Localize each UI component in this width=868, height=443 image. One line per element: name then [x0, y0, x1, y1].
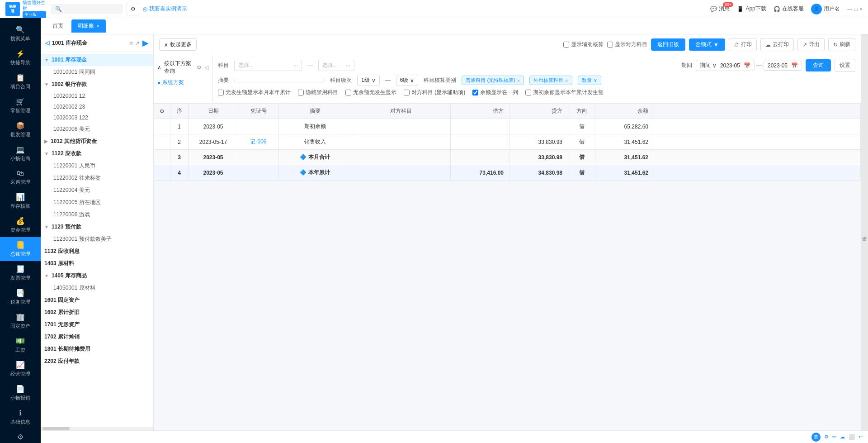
calendar-end-icon[interactable]: 📅: [791, 62, 798, 69]
tree-item-2202[interactable]: 2202 应付年款: [41, 355, 153, 367]
level-start-select[interactable]: 1级 ∨: [357, 75, 380, 86]
hide-disabled-check[interactable]: 隐藏禁用科目: [298, 89, 338, 96]
status-monitor-icon[interactable]: ⬜: [849, 434, 855, 440]
translate-icon[interactable]: 英: [811, 433, 821, 442]
opening-balance-input[interactable]: [525, 90, 531, 95]
online-service-btn[interactable]: 🎧 在线客服: [774, 5, 804, 13]
tree-item-10020006[interactable]: 10020006 美元: [41, 123, 153, 135]
period-start-input[interactable]: 期间 ∨ 2023-05 📅: [696, 60, 755, 71]
tree-item-1701[interactable]: 1701 无形资产: [41, 319, 153, 331]
tree-item-11220002[interactable]: 11220002 往来标签: [41, 172, 153, 184]
tag-normal-close[interactable]: ×: [517, 78, 520, 83]
tree-item-1001[interactable]: ▼ 1001 库存现金: [41, 54, 153, 66]
sidebar-item-tax[interactable]: 📑 税务管理: [0, 285, 41, 309]
tree-item-1122[interactable]: ▼ 1122 应收款: [41, 148, 153, 160]
col-settings-icon[interactable]: ⚙: [160, 108, 165, 114]
status-undo-icon[interactable]: ↩: [859, 434, 863, 440]
print-btn[interactable]: 🖨 打印: [729, 38, 757, 51]
query-settings-icon[interactable]: ⚙: [197, 64, 202, 71]
sidebar-item-purchase[interactable]: 🛍 采购管理: [0, 166, 41, 189]
tree-item-10010001[interactable]: 10010001 同同同: [41, 66, 153, 78]
calendar-icon[interactable]: 📅: [744, 62, 750, 69]
sidebar-item-ledger[interactable]: 📒 总账管理: [0, 237, 41, 261]
demo-link[interactable]: ◎ 我要看实例演示: [143, 5, 187, 13]
tree-item-1702[interactable]: 1702 累计摊销: [41, 331, 153, 343]
tree-item-1002[interactable]: ▼ 1002 银行存款: [41, 78, 153, 91]
tree-item-1801[interactable]: 1801 长期待摊费用: [41, 343, 153, 355]
query-close-icon[interactable]: ◁: [204, 64, 208, 71]
sidebar-item-basic[interactable]: ℹ 基础信息: [0, 405, 41, 429]
user-area[interactable]: 👤 用户名: [811, 4, 840, 14]
sidebar-item-project[interactable]: 📋 项目合同: [0, 70, 41, 94]
status-settings-icon[interactable]: ⚙: [824, 434, 829, 440]
show-opposite-input[interactable]: [607, 42, 613, 48]
summary-input[interactable]: [234, 79, 325, 82]
no-transaction-input[interactable]: [218, 90, 224, 95]
show-aux-input[interactable]: [563, 42, 569, 48]
show-balance-check[interactable]: 余额显示在一列: [472, 89, 518, 96]
close-btn[interactable]: ×: [859, 6, 863, 12]
panel-collapse-icon[interactable]: ↗: [135, 40, 140, 47]
settings-icon[interactable]: ⚙: [127, 3, 139, 15]
tree-item-11220006[interactable]: 11220006 游戏: [41, 209, 153, 221]
right-collapse-tab[interactable]: 设置: [861, 34, 868, 430]
export-btn[interactable]: ↗ 导出: [797, 38, 825, 51]
search-input[interactable]: [65, 6, 110, 12]
tree-item-1601[interactable]: 1601 固定资产: [41, 294, 153, 306]
app-download-btn[interactable]: 📱 App下载: [737, 5, 766, 13]
tree-item-10020002[interactable]: 10020002 23: [41, 101, 153, 112]
sidebar-item-search[interactable]: 🔍 搜索菜单: [0, 22, 41, 46]
tree-item-11220001[interactable]: 11220001 人民币: [41, 160, 153, 172]
query-btn[interactable]: 查询: [806, 59, 831, 71]
tree-item-1405[interactable]: ▼ 1405 库存商品: [41, 270, 153, 282]
tree-item-10020001[interactable]: 10020001 12: [41, 91, 153, 101]
sidebar-item-retail[interactable]: 🛒 零售管理: [0, 94, 41, 118]
sidebar-item-business[interactable]: 📈 经营管理: [0, 357, 41, 381]
col-settings-header[interactable]: ⚙: [154, 104, 170, 119]
return-old-btn[interactable]: 返回旧版: [651, 38, 685, 51]
nav-arrow-icon[interactable]: ▶: [142, 38, 149, 48]
show-balance-input[interactable]: [472, 90, 478, 95]
tree-item-1123[interactable]: ▼ 1123 预付款: [41, 221, 153, 233]
minimize-btn[interactable]: —: [847, 6, 853, 12]
tree-item-1012[interactable]: ▶ 1012 其他货币资金: [41, 135, 153, 148]
tree-item-1403[interactable]: 1403 原材料: [41, 257, 153, 270]
sidebar-item-wholesale[interactable]: 📦 批发管理: [0, 118, 41, 142]
cloud-print-btn[interactable]: ☁ 云打印: [760, 38, 794, 51]
opposite-input[interactable]: [404, 90, 410, 95]
row-voucher-cell[interactable]: 记-006: [238, 134, 279, 150]
sidebar-item-quick-nav[interactable]: ⚡ 快捷导航: [0, 46, 41, 70]
horizontal-scrollbar[interactable]: [41, 427, 153, 430]
tab-close-icon[interactable]: ×: [97, 24, 99, 29]
status-edit-icon[interactable]: ✏: [832, 434, 836, 440]
message-btn[interactable]: 💬 消息 99+: [710, 5, 730, 13]
period-end-input[interactable]: 2023-05 📅: [764, 61, 802, 71]
tree-item-11220004[interactable]: 11220004 美元: [41, 184, 153, 196]
expand-btn[interactable]: ∧ 收起更多: [159, 38, 197, 51]
no-balance-input[interactable]: [345, 90, 351, 95]
sidebar-item-finance[interactable]: 💰 资金管理: [0, 213, 41, 237]
no-balance-check[interactable]: 无余额无发生显示: [345, 89, 396, 96]
hide-disabled-input[interactable]: [298, 90, 304, 95]
show-aux-checkbox[interactable]: 显示辅助核算: [563, 41, 604, 48]
status-cloud-icon[interactable]: ☁: [840, 434, 845, 440]
tree-item-14050001[interactable]: 14050001 原材料: [41, 282, 153, 294]
system-plan-item[interactable]: ● 系统方案: [157, 79, 208, 86]
tab-ledger[interactable]: 明细账 ×: [71, 19, 106, 33]
sidebar-item-fixed-asset[interactable]: 🏢 固定资产: [0, 309, 41, 333]
voucher-link[interactable]: 记-006: [250, 138, 266, 145]
opposite-check[interactable]: 对方科目 (显示辅助项): [404, 89, 465, 96]
amount-format-btn[interactable]: 金额式 ▼: [689, 38, 725, 51]
tree-item-1602[interactable]: 1602 累计折旧: [41, 306, 153, 319]
account-filter-input[interactable]: 选择... ···: [234, 60, 302, 71]
tree-item-11230001[interactable]: 11230001 预付款数美子: [41, 233, 153, 245]
sidebar-item-invoice[interactable]: 🧾 发票管理: [0, 261, 41, 285]
refresh-btn[interactable]: ↻ 刷新: [828, 38, 855, 51]
tree-item-10020003[interactable]: 10020003 122: [41, 112, 153, 123]
sidebar-item-inventory[interactable]: 📊 库存核算: [0, 189, 41, 213]
settings-btn[interactable]: 设置: [835, 59, 855, 72]
tag-foreign-close[interactable]: ×: [565, 78, 568, 83]
tab-home[interactable]: 首页: [46, 19, 70, 33]
show-opposite-checkbox[interactable]: 显示对方科目: [607, 41, 647, 48]
tree-item-11220005[interactable]: 11220005 所在地区: [41, 196, 153, 209]
